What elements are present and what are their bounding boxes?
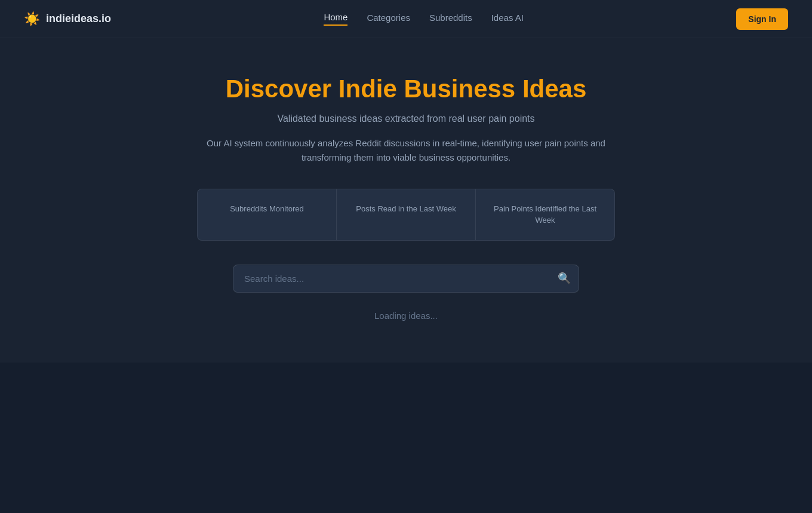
nav-links: Home Categories Subreddits Ideas AI [324,12,524,26]
hero-section: Discover Indie Business Ideas Validated … [0,38,812,357]
logo-icon: ☀️ [24,11,40,27]
search-input[interactable] [233,265,579,293]
stat-label-painpoints: Pain Points Identified the Last Week [488,204,602,225]
stat-card-subreddits: Subreddits Monitored [197,189,336,240]
search-icon: 🔍 [558,272,571,284]
nav-home[interactable]: Home [324,12,347,26]
lower-section [0,363,812,513]
nav-ideas-ai[interactable]: Ideas AI [491,13,524,25]
sign-in-button[interactable]: Sign In [736,8,788,30]
hero-subtitle: Validated business ideas extracted from … [24,113,788,124]
stat-card-posts: Posts Read in the Last Week [336,189,475,240]
nav-categories[interactable]: Categories [367,13,410,25]
nav-right: Sign In [736,8,788,30]
stat-card-painpoints: Pain Points Identified the Last Week [475,189,615,240]
nav-subreddits[interactable]: Subreddits [429,13,472,25]
stats-row: Subreddits Monitored Posts Read in the L… [197,189,615,240]
hero-title: Discover Indie Business Ideas [24,74,788,104]
logo-link[interactable]: ☀️ indieideas.io [24,11,111,27]
loading-text: Loading ideas... [24,311,788,321]
search-button[interactable]: 🔍 [558,272,571,285]
stat-label-posts: Posts Read in the Last Week [349,204,463,214]
logo-text: indieideas.io [46,13,111,25]
search-container: 🔍 [233,265,579,293]
hero-description: Our AI system continuously analyzes Redd… [203,136,609,165]
stat-label-subreddits: Subreddits Monitored [210,204,324,214]
navbar: ☀️ indieideas.io Home Categories Subredd… [0,0,812,38]
